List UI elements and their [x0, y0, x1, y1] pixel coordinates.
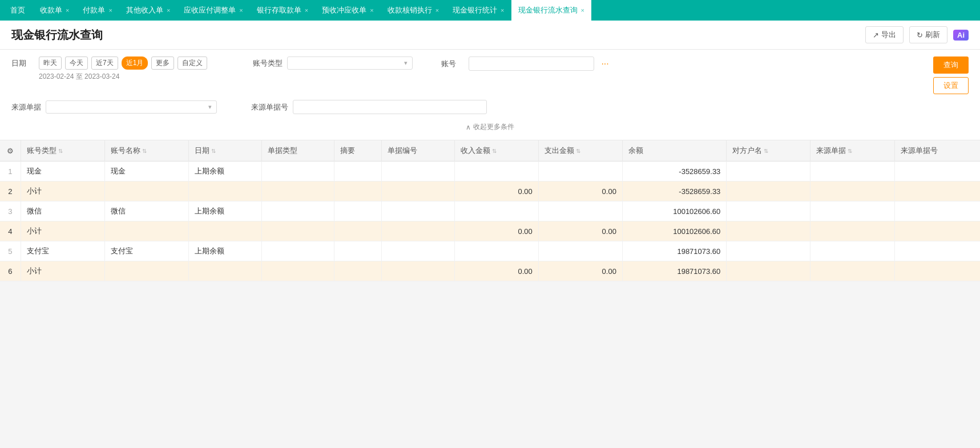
account-type-cell: 小计	[21, 261, 104, 281]
date-btn-today[interactable]: 今天	[65, 56, 88, 70]
account-type-select[interactable]: ▾	[287, 56, 413, 70]
income-cell: 0.00	[454, 261, 538, 281]
col-account-name[interactable]: 账号名称 ⇅	[104, 140, 188, 162]
nav-tab-收款单[interactable]: 收款单 ×	[33, 0, 76, 21]
source-doc-no-cell	[894, 201, 980, 221]
close-icon[interactable]: ×	[581, 7, 584, 14]
collapse-button[interactable]: ∧ 收起更多条件	[466, 120, 514, 134]
account-name-cell: 微信	[104, 201, 188, 221]
date-btn-yesterday[interactable]: 昨天	[39, 56, 62, 70]
query-button[interactable]: 查询	[933, 56, 969, 74]
col-source-doc-no[interactable]: 来源单据号	[894, 140, 980, 162]
page-title: 现金银行流水查询	[11, 27, 103, 43]
date-cell: 上期余额	[188, 241, 261, 261]
table-row: 2小计0.000.00-3528659.33	[0, 181, 980, 201]
date-cell: 上期余额	[188, 162, 261, 181]
close-icon[interactable]: ×	[435, 7, 439, 14]
close-icon[interactable]: ×	[370, 7, 373, 14]
sort-icon: ⇅	[492, 148, 497, 154]
col-doc-no[interactable]: 单据编号	[381, 140, 454, 162]
source-doc-cell	[810, 181, 894, 201]
table-row: 3微信微信上期余额100102606.60	[0, 201, 980, 221]
date-btn-more[interactable]: 更多	[151, 56, 174, 70]
source-doc-no-input[interactable]	[293, 100, 487, 114]
col-source-doc[interactable]: 来源单据 ⇅	[810, 140, 894, 162]
row-number: 4	[0, 221, 21, 241]
close-icon[interactable]: ×	[167, 7, 170, 14]
row-number: 3	[0, 201, 21, 221]
export-button[interactable]: ↗ 导出	[865, 26, 904, 43]
nav-tab-收款核销执行[interactable]: 收款核销执行 ×	[381, 0, 446, 21]
header-actions: ↗ 导出 ↻ 刷新 Ai	[865, 26, 969, 43]
source-doc-no-cell	[894, 261, 980, 281]
doc-type-cell	[261, 181, 334, 201]
chevron-down-icon: ▾	[404, 59, 408, 67]
date-cell	[188, 221, 261, 241]
col-summary[interactable]: 摘要	[334, 140, 381, 162]
account-no-input[interactable]	[469, 56, 594, 71]
col-income[interactable]: 收入金额 ⇅	[454, 140, 538, 162]
expense-cell	[538, 241, 622, 261]
doc-no-cell	[381, 162, 454, 181]
row-number: 5	[0, 241, 21, 261]
account-no-label: 账号	[441, 59, 464, 69]
nav-tab-现金银行流水查询[interactable]: 现金银行流水查询 ×	[511, 0, 591, 21]
source-doc-no-cell	[894, 241, 980, 261]
income-cell: 0.00	[454, 181, 538, 201]
doc-type-cell	[261, 162, 334, 181]
account-type-cell: 小计	[21, 221, 104, 241]
ai-button[interactable]: Ai	[953, 30, 969, 41]
nav-tab-银行存取款单[interactable]: 银行存取款单 ×	[250, 0, 315, 21]
row-number: 1	[0, 162, 21, 181]
sort-icon: ⇅	[142, 148, 147, 154]
source-doc-select[interactable]: ▾	[46, 100, 217, 114]
page-header: 现金银行流水查询 ↗ 导出 ↻ 刷新 Ai	[0, 21, 980, 50]
expense-cell: 0.00	[538, 181, 622, 201]
date-btn-1month[interactable]: 近1月	[122, 56, 148, 70]
date-cell	[188, 261, 261, 281]
col-counterparty[interactable]: 对方户名 ⇅	[727, 140, 810, 162]
col-balance[interactable]: 余额	[622, 140, 726, 162]
close-icon[interactable]: ×	[501, 7, 504, 14]
account-name-cell: 支付宝	[104, 241, 188, 261]
counterparty-cell	[727, 241, 810, 261]
settings-button[interactable]: 设置	[933, 77, 969, 94]
close-icon[interactable]: ×	[305, 7, 308, 14]
date-cell	[188, 181, 261, 201]
doc-no-cell	[381, 261, 454, 281]
col-date[interactable]: 日期 ⇅	[188, 140, 261, 162]
close-icon[interactable]: ×	[239, 7, 243, 14]
col-doc-type[interactable]: 单据类型	[261, 140, 334, 162]
source-doc-cell	[810, 241, 894, 261]
col-gear[interactable]: ⚙	[0, 140, 21, 162]
chevron-down-icon: ▾	[208, 103, 212, 111]
counterparty-cell	[727, 221, 810, 241]
more-options-button[interactable]: ···	[599, 59, 611, 69]
nav-tab-现金银行统计[interactable]: 现金银行统计 ×	[446, 0, 511, 21]
summary-cell	[334, 201, 381, 221]
account-type-cell: 微信	[21, 201, 104, 221]
export-icon: ↗	[873, 31, 879, 39]
sort-icon: ⇅	[764, 148, 768, 154]
date-btn-7days[interactable]: 近7天	[91, 56, 118, 70]
nav-tab-预收冲应收单[interactable]: 预收冲应收单 ×	[315, 0, 380, 21]
refresh-button[interactable]: ↻ 刷新	[909, 26, 947, 43]
nav-home[interactable]: 首页	[2, 0, 33, 21]
data-table: ⚙ 账号类型 ⇅ 账号名称 ⇅ 日期	[0, 140, 980, 281]
nav-tab-其他收入单[interactable]: 其他收入单 ×	[119, 0, 177, 21]
close-icon[interactable]: ×	[108, 7, 112, 14]
col-expense[interactable]: 支出金额 ⇅	[538, 140, 622, 162]
nav-tab-付款单[interactable]: 付款单 ×	[76, 0, 119, 21]
date-btn-custom[interactable]: 自定义	[178, 56, 207, 70]
summary-cell	[334, 181, 381, 201]
nav-tab-应收应付调整单[interactable]: 应收应付调整单 ×	[177, 0, 249, 21]
table-row: 4小计0.000.00100102606.60	[0, 221, 980, 241]
source-doc-no-label: 来源单据号	[251, 102, 288, 112]
col-account-type[interactable]: 账号类型 ⇅	[21, 140, 104, 162]
expense-cell	[538, 162, 622, 181]
sort-icon: ⇅	[848, 148, 852, 154]
close-icon[interactable]: ×	[66, 7, 69, 14]
counterparty-cell	[727, 261, 810, 281]
balance-cell: -3528659.33	[622, 162, 726, 181]
summary-cell	[334, 241, 381, 261]
